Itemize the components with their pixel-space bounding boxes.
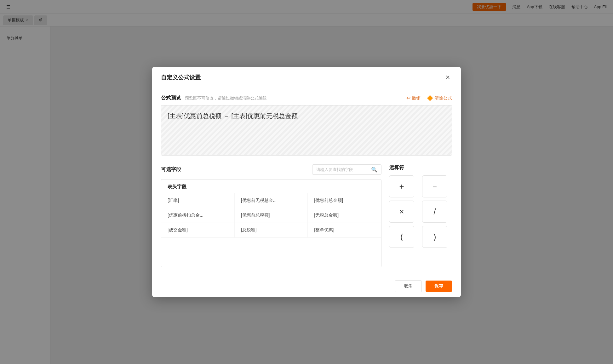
operator-close-paren[interactable]: )	[422, 226, 447, 248]
formula-section-header: 公式预览 预览区不可修改，请通过撤销或清除公式编辑 ↩ 撤销 🔶 清除公式	[161, 95, 452, 101]
formula-section-label: 公式预览	[161, 95, 181, 101]
clear-formula-button[interactable]: 🔶 清除公式	[427, 95, 452, 101]
operator-plus[interactable]: +	[389, 175, 414, 197]
field-item-5[interactable]: [无税总金额]	[308, 208, 381, 223]
formula-actions: ↩ 撤销 🔶 清除公式	[406, 95, 452, 101]
operator-divide[interactable]: /	[422, 201, 447, 223]
operators-grid: + － × / ( )	[389, 175, 452, 248]
fields-title: 可选字段	[161, 166, 181, 173]
fields-search-box[interactable]: 🔍	[312, 164, 381, 175]
formula-preview-area: [主表]优惠前总税额 － [主表]优惠前无税总金额	[161, 105, 452, 156]
undo-button[interactable]: ↩ 撤销	[406, 95, 421, 101]
search-icon: 🔍	[371, 167, 377, 173]
formula-section-hint: 预览区不可修改，请通过撤销或清除公式编辑	[185, 95, 267, 101]
cancel-button[interactable]: 取消	[395, 280, 422, 292]
save-button[interactable]: 保存	[426, 281, 452, 292]
fields-search-input[interactable]	[316, 167, 369, 172]
operators-panel: 运算符 + － × / ( )	[389, 164, 452, 267]
modal-title: 自定义公式设置	[161, 74, 201, 81]
clear-icon: 🔶	[427, 95, 433, 101]
field-item-0[interactable]: [汇率]	[161, 193, 235, 208]
formula-modal: 自定义公式设置 ✕ 公式预览 预览区不可修改，请通过撤销或清除公式编辑 ↩ 撤销…	[152, 67, 461, 297]
field-item-3[interactable]: [优惠前折扣总金...	[161, 208, 235, 223]
operator-minus[interactable]: －	[422, 175, 447, 197]
bottom-section: 可选字段 🔍 表头字段 [汇率] [优惠前无税总金... [优惠前总金额] [优…	[161, 164, 452, 267]
fields-panel: 可选字段 🔍 表头字段 [汇率] [优惠前无税总金... [优惠前总金额] [优…	[161, 164, 381, 267]
operator-open-paren[interactable]: (	[389, 226, 414, 248]
operator-multiply[interactable]: ×	[389, 201, 414, 223]
operators-title: 运算符	[389, 164, 452, 171]
formula-content: [主表]优惠前总税额 － [主表]优惠前无税总金额	[168, 112, 298, 119]
field-item-2[interactable]: [优惠前总金额]	[308, 193, 381, 208]
fields-list: 表头字段 [汇率] [优惠前无税总金... [优惠前总金额] [优惠前折扣总金.…	[161, 179, 381, 267]
field-item-1[interactable]: [优惠前无税总金...	[235, 193, 308, 208]
field-item-4[interactable]: [优惠前总税额]	[235, 208, 308, 223]
undo-label: 撤销	[412, 95, 421, 101]
modal-footer: 取消 保存	[152, 275, 461, 297]
modal-header: 自定义公式设置 ✕	[152, 67, 461, 87]
fields-header: 可选字段 🔍	[161, 164, 381, 175]
fields-group-header: 表头字段	[161, 179, 381, 193]
field-item-6[interactable]: [成交金额]	[161, 223, 235, 238]
clear-label: 清除公式	[434, 95, 452, 101]
field-item-7[interactable]: [总税额]	[235, 223, 308, 238]
modal-body: 公式预览 预览区不可修改，请通过撤销或清除公式编辑 ↩ 撤销 🔶 清除公式 [主…	[152, 87, 461, 275]
modal-close-button[interactable]: ✕	[443, 73, 452, 82]
field-item-8[interactable]: [整单优惠]	[308, 223, 381, 238]
undo-icon: ↩	[406, 95, 410, 101]
fields-grid: [汇率] [优惠前无税总金... [优惠前总金额] [优惠前折扣总金... [优…	[161, 193, 381, 238]
